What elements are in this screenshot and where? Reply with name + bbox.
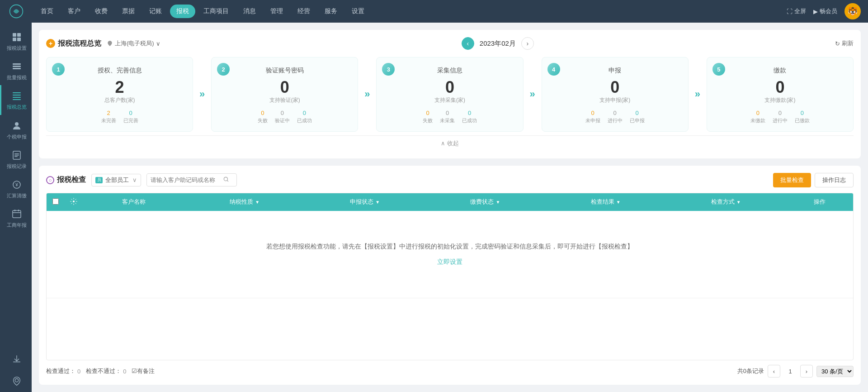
avatar[interactable]: 🐯: [844, 3, 861, 19]
filter-icon-5[interactable]: ▼: [736, 200, 741, 205]
search-button[interactable]: [219, 174, 233, 186]
personal-tax-icon: [10, 120, 23, 132]
sidebar-item-batch-tax[interactable]: 批量报税: [0, 56, 32, 85]
stat-item-paid[interactable]: 0 已缴款: [795, 110, 810, 124]
tax-settings-icon: [10, 31, 23, 43]
vip-button[interactable]: ▶ 畅会员: [813, 7, 837, 15]
step-num-4: 4: [547, 63, 560, 76]
stat-item-verifying[interactable]: 0 验证中: [275, 110, 290, 124]
flow-steps: 1 授权、完善信息 2 总客户数(家) 2 未完善 0 已完善: [46, 57, 854, 132]
fullscreen-button[interactable]: ⛶ 全屏: [787, 7, 806, 15]
nav-management[interactable]: 管理: [264, 5, 289, 18]
flow-step-1: 1 授权、完善信息 2 总客户数(家) 2 未完善 0 已完善: [46, 57, 193, 132]
sidebar-label-tax-overview: 报税总览: [7, 104, 27, 110]
svg-rect-14: [14, 153, 19, 154]
sidebar-item-tax-settings[interactable]: 报税设置: [0, 26, 32, 56]
nav-customer[interactable]: 客户: [61, 5, 87, 18]
stat-item-incomplete[interactable]: 2 未完善: [101, 110, 116, 124]
step-title-2: 验证账号密码: [219, 67, 350, 75]
nav-messages[interactable]: 消息: [237, 5, 262, 18]
table-wrapper: 客户名称 纳税性质 ▼ 申报状态: [46, 193, 854, 360]
setting-link[interactable]: 立即设置: [437, 258, 462, 265]
sidebar-label-personal-tax: 个税申报: [7, 134, 27, 140]
next-month-button[interactable]: ›: [521, 37, 534, 50]
next-page-button[interactable]: ›: [800, 365, 813, 378]
sidebar-item-download[interactable]: [0, 349, 32, 370]
page-size-select[interactable]: 30 条/页: [816, 366, 854, 377]
svg-rect-16: [14, 156, 18, 157]
operation-log-button[interactable]: 操作日志: [815, 173, 854, 187]
select-all-checkbox[interactable]: [52, 198, 59, 205]
nav-operations[interactable]: 经营: [291, 5, 316, 18]
nav-home[interactable]: 首页: [34, 5, 60, 18]
collapse-icon: ∧: [441, 140, 445, 147]
step-stats-4: 0 未申报 0 进行中 0 已申报: [549, 110, 681, 124]
fail-count[interactable]: 0: [123, 368, 126, 375]
location-tag[interactable]: 上海(电子税局) ∨: [107, 39, 160, 48]
filter-icon-3[interactable]: ▼: [495, 200, 500, 205]
svg-point-23: [15, 379, 18, 382]
stat-item-declared[interactable]: 0 已申报: [630, 110, 645, 124]
stat-item-declaring[interactable]: 0 进行中: [608, 110, 623, 124]
stat-item-not-paid[interactable]: 0 未缴款: [750, 110, 765, 124]
flow-step-3: 3 采集信息 0 支持采集(家) 0 失败 0 未采集: [376, 57, 523, 132]
nav-business[interactable]: 工商项目: [197, 5, 235, 18]
sidebar-item-personal-tax[interactable]: 个税申报: [0, 115, 32, 144]
sidebar-item-tax-records[interactable]: 报税记录: [0, 144, 32, 174]
refresh-icon: ↻: [835, 40, 840, 47]
stat-item-verified[interactable]: 0 已成功: [297, 110, 312, 124]
prev-page-button[interactable]: ‹: [768, 365, 780, 378]
staff-filter[interactable]: 员 全部员工 ∨: [91, 174, 141, 186]
filter-icon-1[interactable]: ▼: [255, 200, 259, 205]
settlement-icon: ¥: [10, 178, 23, 191]
column-settings-icon[interactable]: [70, 198, 77, 205]
check-header: ○ 报税检查 员 全部员工 ∨: [46, 173, 854, 187]
stat-item-collect-fail[interactable]: 0 失败: [423, 110, 433, 124]
current-month: 2023年02月: [480, 39, 516, 48]
th-operation: 操作: [786, 193, 853, 211]
sidebar-item-location[interactable]: [0, 370, 32, 392]
collapse-button[interactable]: ∧ 收起: [46, 135, 854, 151]
batch-tax-icon: [10, 60, 23, 73]
svg-rect-20: [14, 210, 15, 211]
stat-item-not-collected[interactable]: 0 未采集: [440, 110, 455, 124]
stat-item-collected[interactable]: 0 已成功: [462, 110, 477, 124]
sidebar-item-settlement[interactable]: ¥ 汇算清缴: [0, 174, 32, 203]
stat-item-fail[interactable]: 0 失败: [258, 110, 268, 124]
prev-month-button[interactable]: ‹: [462, 37, 474, 50]
download-icon: [10, 353, 23, 366]
pass-stat: 检查通过： 0: [46, 367, 80, 375]
step-stats-5: 0 未缴款 0 进行中 0 已缴款: [714, 110, 846, 124]
svg-rect-11: [13, 99, 21, 100]
refresh-button[interactable]: ↻ 刷新: [835, 39, 854, 48]
pass-count[interactable]: 0: [77, 368, 80, 375]
svg-rect-9: [13, 95, 21, 96]
step-num-2: 2: [217, 63, 230, 76]
search-icon: [223, 176, 229, 182]
step-sub-2: 支持验证(家): [219, 96, 350, 104]
batch-check-button[interactable]: 批量检查: [773, 173, 811, 187]
step-stats-1: 2 未完善 0 已完善: [54, 110, 185, 124]
svg-rect-22: [13, 212, 21, 213]
filter-icon-4[interactable]: ▼: [616, 200, 621, 205]
search-input[interactable]: [147, 174, 219, 186]
sidebar-item-annual-report[interactable]: 工商年报: [0, 203, 32, 233]
step-sub-4: 支持申报(家): [549, 96, 681, 104]
staff-icon: 员: [95, 177, 103, 183]
nav-settings[interactable]: 设置: [345, 5, 371, 18]
nav-invoices[interactable]: 票据: [116, 5, 141, 18]
sidebar-item-tax-overview[interactable]: 报税总览: [0, 85, 32, 115]
check-actions: 批量检查 操作日志: [773, 173, 854, 187]
nav-fees[interactable]: 收费: [89, 5, 114, 18]
step-arrow-2: »: [358, 57, 376, 132]
stat-item-paying[interactable]: 0 进行中: [773, 110, 788, 124]
nav-tax[interactable]: 报税: [170, 5, 195, 18]
nav-service[interactable]: 服务: [318, 5, 344, 18]
stat-item-complete[interactable]: 0 已完善: [123, 110, 138, 124]
current-page: 1: [784, 365, 797, 378]
step-arrow-1: »: [193, 57, 211, 132]
stat-item-not-declared[interactable]: 0 未申报: [585, 110, 600, 124]
filter-icon-2[interactable]: ▼: [375, 200, 380, 205]
step-arrow-3: »: [524, 57, 542, 132]
nav-bookkeeping[interactable]: 记账: [143, 5, 168, 18]
